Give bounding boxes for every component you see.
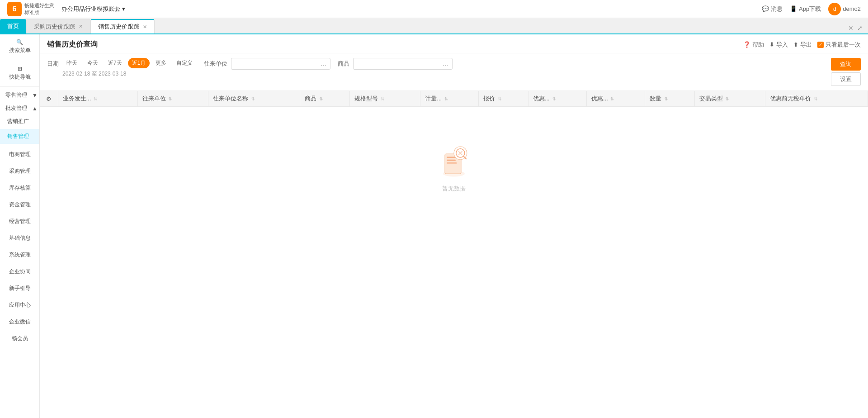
sidebar-item-wholesale-mgmt[interactable]: 批发管理 ▲ [0,101,39,114]
date-btn-7days[interactable]: 近7天 [104,58,126,68]
sidebar-divider-1 [0,60,39,60]
chevron-up-icon-wholesale: ▲ [32,105,38,112]
filter-actions: 查询 设置 [831,58,861,86]
sort-icon-discount2: ⇅ [610,96,614,101]
sort-icon-spec: ⇅ [381,96,384,101]
tab-home[interactable]: 首页 [0,19,26,33]
sidebar-item-enterprise[interactable]: 企业协同 [0,263,39,280]
th-gear[interactable]: ⚙ [40,91,58,107]
avatar: d [828,3,841,15]
sidebar-item-operations[interactable]: 经营管理 [0,213,39,230]
date-btn-more[interactable]: 更多 [151,58,170,68]
message-button[interactable]: 💬 消息 [762,5,783,13]
maximize-icon[interactable]: ⤢ [857,24,863,32]
sort-icon-discount1: ⇅ [552,96,556,101]
export-button[interactable]: ⬆ 导出 [793,41,812,49]
sidebar-sub-marketing[interactable]: 营销推广 [0,114,39,129]
product-input[interactable] [357,61,443,67]
sidebar-item-purchase[interactable]: 采购管理 [0,163,39,180]
tab-purchase-history[interactable]: 采购历史价跟踪 ✕ [26,19,90,33]
header-left: 6 畅捷通好生意 标准版 办公用品行业模拟账套 ▾ [7,2,129,16]
product-filter-group: 商品 ... [338,58,453,70]
partner-input-dots[interactable]: ... [321,60,326,68]
sidebar-item-retail-mgmt[interactable]: 零售管理 ▼ [0,88,39,101]
date-filter-options: 昨天 今天 近7天 近1月 更多 自定义 2023-02-18 至 2023-0… [62,58,197,78]
partner-input[interactable] [235,61,321,67]
product-input-dots[interactable]: ... [443,60,448,68]
th-discount1[interactable]: 优惠... ⇅ [528,91,586,107]
sort-icon-unit: ⇅ [444,96,448,101]
help-button[interactable]: ❓ 帮助 [743,41,764,49]
th-trade-type[interactable]: 交易类型 ⇅ [694,91,765,107]
tab-sales-history[interactable]: 销售历史价跟踪 ✕ [90,19,155,33]
sort-icon-product: ⇅ [319,96,323,101]
sidebar-item-guide[interactable]: 新手引导 [0,280,39,297]
partner-filter-group: 往来单位 ... [204,58,330,70]
th-partner-name[interactable]: 往来单位名称 ⇅ [208,91,300,107]
sidebar: 🔍 搜索菜单 ⊞ 快捷导航 零售管理 ▼ 批发管理 ▲ 营销推广 销售管理 电商… [0,34,40,418]
date-btn-today[interactable]: 今天 [83,58,102,68]
settings-button[interactable]: 设置 [831,72,861,86]
date-btn-custom[interactable]: 自定义 [172,58,197,68]
logo-text: 畅捷通好生意 标准版 [24,2,54,15]
sidebar-item-ecommerce[interactable]: 电商管理 [0,146,39,163]
sidebar-item-member[interactable]: 畅会员 [0,330,39,347]
empty-icon [436,143,472,179]
download-icon: 📱 [790,5,797,12]
sidebar-item-search-menu[interactable]: 🔍 搜索菜单 [0,34,39,59]
query-button[interactable]: 查询 [831,58,861,71]
table-head: ⚙ 业务发生... ⇅ 往来单位 ⇅ 往来单位名称 ⇅ [40,91,868,107]
th-no-tax-price[interactable]: 优惠前无税单价 ⇅ [765,91,868,107]
content-area: 销售历史价查询 ❓ 帮助 ⬇ 导入 ⬆ 导出 ✓ 只看最后一次 [40,34,868,418]
sidebar-item-wechat[interactable]: 企业微信 [0,314,39,330]
help-icon: ❓ [743,41,750,48]
tab-sales-history-close[interactable]: ✕ [143,24,147,30]
grid-icon: ⊞ [18,66,22,72]
tab-bar: 首页 采购历史价跟踪 ✕ 销售历史价跟踪 ✕ ✕ ⤢ [0,18,868,34]
sort-icon-biz-date: ⇅ [94,96,97,101]
sidebar-item-basic-info[interactable]: 基础信息 [0,230,39,247]
filter-bar: 日期 昨天 今天 近7天 近1月 更多 自定义 2023-02-18 至 202… [40,53,868,91]
import-button[interactable]: ⬇ 导入 [769,41,788,49]
sidebar-item-app-center[interactable]: 应用中心 [0,297,39,314]
date-btn-1month[interactable]: 近1月 [128,58,150,68]
sidebar-item-finance[interactable]: 资金管理 [0,196,39,213]
close-window-icon[interactable]: ✕ [848,24,854,32]
th-unit[interactable]: 计量... ⇅ [420,91,479,107]
date-range-display: 2023-02-18 至 2023-03-18 [62,70,197,78]
chevron-down-icon-retail: ▼ [32,92,38,99]
date-filter-buttons: 昨天 今天 近7天 近1月 更多 自定义 [62,58,197,68]
sort-icon-trade-type: ⇅ [725,96,729,101]
th-quantity[interactable]: 数量 ⇅ [645,91,694,107]
message-icon: 💬 [762,5,769,12]
data-table: ⚙ 业务发生... ⇅ 往来单位 ⇅ 往来单位名称 ⇅ [40,91,868,107]
sort-icon-no-tax-price: ⇅ [814,96,817,101]
date-filter-group: 日期 昨天 今天 近7天 近1月 更多 自定义 2023-02-18 至 202… [47,58,197,78]
page-header-actions: ❓ 帮助 ⬇ 导入 ⬆ 导出 ✓ 只看最后一次 [743,41,861,49]
th-product[interactable]: 商品 ⇅ [300,91,349,107]
account-selector[interactable]: 办公用品行业模拟账套 ▾ [58,3,129,15]
th-biz-date[interactable]: 业务发生... ⇅ [58,91,137,107]
sidebar-sub-sales-mgmt[interactable]: 销售管理 [0,129,39,144]
top-header: 6 畅捷通好生意 标准版 办公用品行业模拟账套 ▾ 💬 消息 📱 App下载 d… [0,0,868,18]
th-quote[interactable]: 报价 ⇅ [479,91,528,107]
tab-purchase-history-close[interactable]: ✕ [79,24,83,29]
checkbox-icon: ✓ [817,42,824,48]
sidebar-divider-2 [0,86,39,87]
app-download-button[interactable]: 📱 App下载 [790,5,821,13]
sort-icon-partner-name: ⇅ [251,96,255,101]
th-partner-code[interactable]: 往来单位 ⇅ [137,91,208,107]
only-last-checkbox[interactable]: ✓ 只看最后一次 [817,41,861,49]
logo-icon: 6 [7,2,22,16]
sidebar-divider-3 [0,145,39,145]
th-discount2[interactable]: 优惠... ⇅ [586,91,645,107]
sidebar-item-quick-nav[interactable]: ⊞ 快捷导航 [0,61,39,86]
sidebar-item-system[interactable]: 系统管理 [0,247,39,263]
empty-state: 暂无数据 [40,107,868,229]
sidebar-item-inventory[interactable]: 库存核算 [0,180,39,196]
th-spec[interactable]: 规格型号 ⇅ [349,91,420,107]
date-btn-yesterday[interactable]: 昨天 [62,58,81,68]
user-profile[interactable]: d demo2 [828,3,861,15]
page-header: 销售历史价查询 ❓ 帮助 ⬇ 导入 ⬆ 导出 ✓ 只看最后一次 [40,34,868,53]
main-layout: 🔍 搜索菜单 ⊞ 快捷导航 零售管理 ▼ 批发管理 ▲ 营销推广 销售管理 电商… [0,34,868,418]
